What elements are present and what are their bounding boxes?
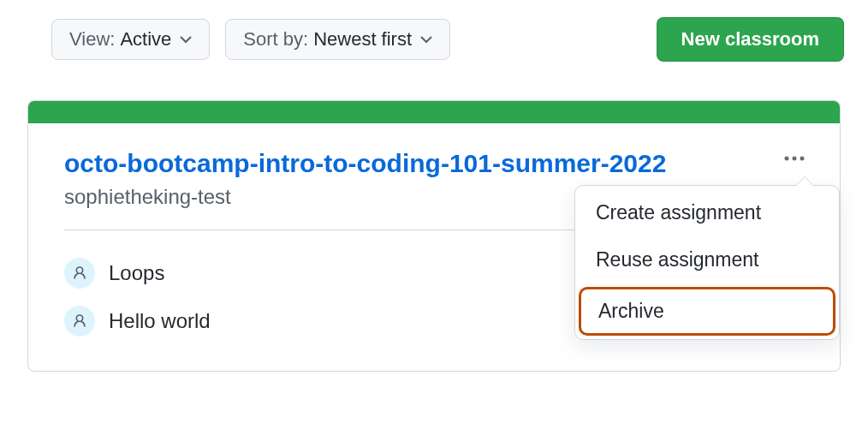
view-label-prefix: View: [69,28,115,51]
sort-value: Newest first [313,28,412,51]
sort-label-prefix: Sort by: [243,28,308,51]
chevron-down-icon [420,36,432,44]
sort-filter-dropdown[interactable]: Sort by: Newest first [225,19,450,60]
kebab-menu-button[interactable] [780,149,809,169]
context-menu: Create assignment Reuse assignment Archi… [574,185,840,340]
svg-point-1 [793,157,797,161]
view-value: Active [120,28,171,51]
classroom-card: octo-bootcamp-intro-to-coding-101-summer… [27,100,841,372]
menu-item-archive[interactable]: Archive [579,287,835,336]
person-icon [64,306,95,337]
person-icon [64,258,95,289]
card-accent-stripe [28,101,840,123]
chevron-down-icon [180,36,192,44]
classroom-title-link[interactable]: octo-bootcamp-intro-to-coding-101-summer… [64,149,666,178]
menu-item-create-assignment[interactable]: Create assignment [575,186,839,236]
card-body: octo-bootcamp-intro-to-coding-101-summer… [28,123,840,371]
view-filter-dropdown[interactable]: View: Active [51,19,210,60]
assignment-name: Loops [109,261,164,285]
new-classroom-button[interactable]: New classroom [657,17,844,62]
svg-point-0 [785,157,789,161]
toolbar: View: Active Sort by: Newest first New c… [51,17,851,62]
svg-point-2 [800,157,805,161]
menu-item-reuse-assignment[interactable]: Reuse assignment [575,236,839,283]
assignment-name: Hello world [109,309,211,333]
